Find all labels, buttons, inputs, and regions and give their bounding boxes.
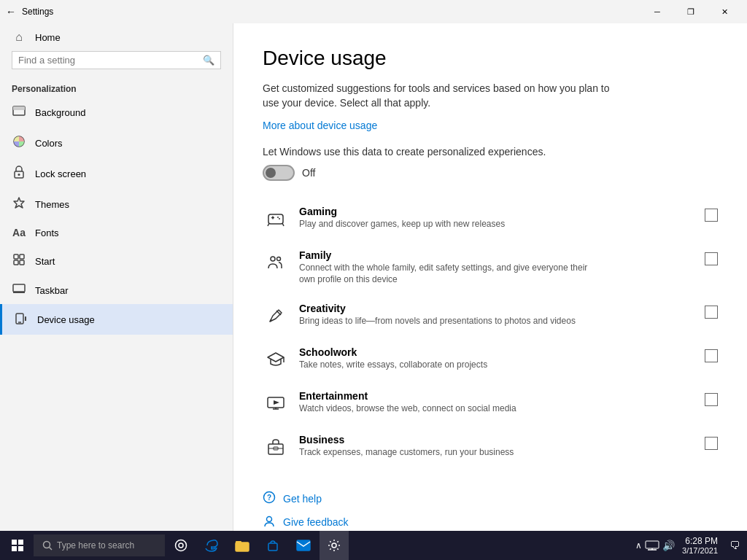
app-body: ⌂ Home 🔍 Personalization Background xyxy=(0,23,747,531)
background-label: Background xyxy=(35,107,85,118)
titlebar: ← Settings ─ ❐ ✕ xyxy=(0,0,747,23)
schoolwork-checkbox[interactable] xyxy=(705,349,718,362)
system-tray: ∧ 🔊 xyxy=(635,540,675,551)
creativity-text: Creativity Bring ideas to life—from nove… xyxy=(299,303,694,327)
business-checkbox[interactable] xyxy=(705,437,718,450)
gaming-icon xyxy=(263,206,289,232)
device-usage-icon xyxy=(14,311,28,327)
creativity-checkbox[interactable] xyxy=(705,306,718,319)
help-section: ? Get help Give feedback xyxy=(263,491,718,530)
gaming-desc: Play and discover games, keep up with ne… xyxy=(299,219,591,230)
family-title: Family xyxy=(299,249,694,261)
get-help-icon: ? xyxy=(263,491,276,507)
taskbar-search-placeholder: Type here to search xyxy=(57,540,134,551)
sidebar-item-lock-screen[interactable]: Lock screen xyxy=(0,158,233,189)
svg-rect-9 xyxy=(13,284,25,292)
themes-label: Themes xyxy=(35,199,69,210)
schoolwork-desc: Take notes, write essays, collaborate on… xyxy=(299,359,591,371)
creativity-title: Creativity xyxy=(299,303,694,314)
svg-rect-36 xyxy=(12,546,17,551)
give-feedback-link[interactable]: Give feedback xyxy=(263,514,718,530)
titlebar-title: Settings xyxy=(22,7,53,17)
start-button[interactable] xyxy=(3,531,32,560)
search-box[interactable]: 🔍 xyxy=(12,51,221,69)
svg-rect-1 xyxy=(13,106,25,110)
store-button[interactable] xyxy=(258,531,287,560)
svg-point-20 xyxy=(271,257,275,261)
taskbar-clock[interactable]: 6:28 PM 3/17/2021 xyxy=(676,536,724,555)
minimize-button[interactable]: ─ xyxy=(640,0,674,23)
titlebar-left: ← Settings xyxy=(6,6,53,18)
svg-rect-5 xyxy=(14,254,18,259)
svg-point-40 xyxy=(176,540,187,551)
sidebar-item-fonts[interactable]: Aa Fonts xyxy=(0,219,233,246)
settings-taskbar-button[interactable] xyxy=(320,531,349,560)
get-help-label: Get help xyxy=(283,493,322,505)
svg-rect-6 xyxy=(20,254,24,259)
toggle-row: Off xyxy=(263,165,718,181)
toggle-description: Let Windows use this data to create pers… xyxy=(263,146,718,158)
schoolwork-text: Schoolwork Take notes, write essays, col… xyxy=(299,346,694,371)
svg-marker-27 xyxy=(274,400,279,405)
svg-line-39 xyxy=(50,548,53,551)
family-icon xyxy=(263,249,289,276)
close-button[interactable]: ✕ xyxy=(708,0,741,23)
speaker-icon[interactable]: 🔊 xyxy=(662,540,675,551)
edge-button[interactable] xyxy=(197,531,226,560)
give-feedback-label: Give feedback xyxy=(283,516,349,528)
usage-item-creativity: Creativity Bring ideas to life—from nove… xyxy=(263,295,718,336)
sidebar-item-home[interactable]: ⌂ Home xyxy=(0,23,233,51)
taskbar-search[interactable]: Type here to search xyxy=(34,534,165,556)
sidebar-item-background[interactable]: Background xyxy=(0,97,233,128)
entertainment-checkbox[interactable] xyxy=(705,393,718,406)
gaming-text: Gaming Play and discover games, keep up … xyxy=(299,206,694,230)
svg-rect-14 xyxy=(268,214,283,224)
back-arrow-icon[interactable]: ← xyxy=(6,6,16,18)
lock-screen-icon xyxy=(12,166,26,182)
sidebar-item-start[interactable]: Start xyxy=(0,246,233,276)
sidebar-item-colors[interactable]: Colors xyxy=(0,128,233,158)
mail-button[interactable] xyxy=(289,531,318,560)
restore-button[interactable]: ❐ xyxy=(674,0,708,23)
search-input[interactable] xyxy=(18,55,203,66)
get-help-link[interactable]: ? Get help xyxy=(263,491,718,507)
notification-button[interactable]: 🗨 xyxy=(725,540,744,551)
sidebar-item-device-usage[interactable]: Device usage xyxy=(0,304,233,335)
svg-rect-45 xyxy=(297,540,310,551)
svg-rect-8 xyxy=(20,260,24,265)
start-label: Start xyxy=(35,256,55,267)
schoolwork-icon xyxy=(263,346,289,373)
sidebar-item-themes[interactable]: Themes xyxy=(0,189,233,219)
more-link[interactable]: More about device usage xyxy=(263,120,377,131)
give-feedback-icon xyxy=(263,514,276,530)
colors-icon xyxy=(12,135,26,151)
file-explorer-button[interactable] xyxy=(228,531,257,560)
family-checkbox[interactable] xyxy=(705,252,718,265)
business-desc: Track expenses, manage customers, run yo… xyxy=(299,447,591,459)
chevron-up-icon[interactable]: ∧ xyxy=(635,540,642,551)
sidebar-item-label: Home xyxy=(35,32,61,43)
fonts-label: Fonts xyxy=(35,228,59,238)
svg-rect-43 xyxy=(236,541,241,544)
svg-text:?: ? xyxy=(267,494,271,502)
network-icon xyxy=(645,540,659,551)
usage-item-business: Business Track expenses, manage customer… xyxy=(263,427,718,467)
business-icon xyxy=(263,434,289,460)
fonts-icon: Aa xyxy=(12,227,26,238)
svg-point-41 xyxy=(179,543,183,548)
svg-point-46 xyxy=(332,543,336,548)
gaming-checkbox[interactable] xyxy=(705,209,718,222)
task-view-button[interactable] xyxy=(166,531,196,560)
svg-point-19 xyxy=(279,218,280,219)
toggle-state: Off xyxy=(302,167,315,179)
svg-point-33 xyxy=(267,517,272,522)
background-icon xyxy=(12,104,26,120)
colors-label: Colors xyxy=(35,138,63,149)
sidebar-item-taskbar[interactable]: Taskbar xyxy=(0,276,233,304)
device-usage-label: Device usage xyxy=(37,314,95,325)
personalization-toggle[interactable] xyxy=(263,165,295,181)
taskbar: Type here to search xyxy=(0,531,747,560)
entertainment-text: Entertainment Watch videos, browse the w… xyxy=(299,390,694,415)
svg-point-38 xyxy=(44,542,50,548)
schoolwork-title: Schoolwork xyxy=(299,346,694,358)
